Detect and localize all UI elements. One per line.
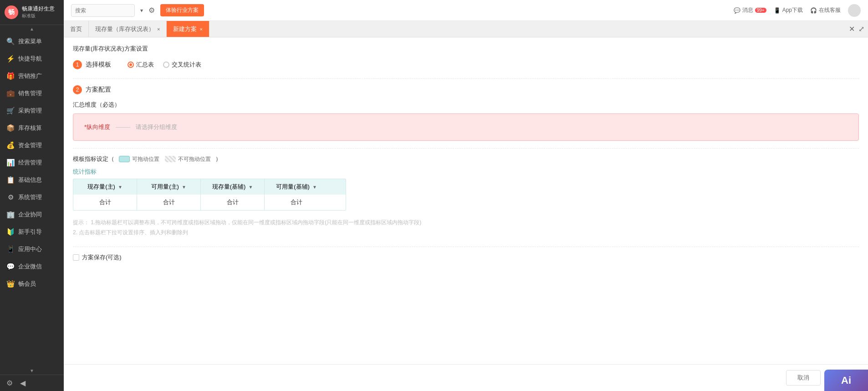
- stats-section: 统计指标 现存量(主) ▼ 可用量(主) ▼: [73, 168, 859, 211]
- app-download-button[interactable]: 📱 App下载: [774, 6, 803, 14]
- required-dimension-area: *纵向维度 —— 请选择分组维度: [73, 113, 859, 141]
- sidebar-bottom: ⚙ ◀: [0, 375, 64, 391]
- col-dropdown-3[interactable]: ▼: [312, 185, 317, 190]
- section1-title: 选择模板: [86, 61, 111, 69]
- sidebar-scroll-up[interactable]: ▲: [0, 25, 64, 33]
- sidebar-item-label: 应用中心: [18, 245, 42, 253]
- template-cross-option[interactable]: 交叉统计表: [163, 61, 201, 69]
- business-icon: 📊: [6, 159, 15, 167]
- scheme-save-label: 方案保存(可选): [82, 253, 122, 262]
- main-content: 现存量(库存状况表)方案设置 1 选择模板 汇总表 交叉统计表: [64, 37, 868, 364]
- tab-new-scheme-label: 新建方案: [173, 25, 197, 33]
- sidebar-item-quick-nav[interactable]: ⚡ 快捷导航: [0, 50, 64, 67]
- expand-panel-icon[interactable]: ⤢: [858, 25, 864, 33]
- col-header-3[interactable]: 可用量(基辅) ▼: [265, 179, 328, 195]
- sidebar-item-wechat[interactable]: 💬 企业微信: [0, 258, 64, 275]
- sidebar-item-label: 营销推广: [18, 72, 42, 80]
- search-input[interactable]: [71, 4, 135, 17]
- indicator-legend-suffix: ）: [215, 155, 221, 163]
- sidebar-item-member[interactable]: 👑 畅会员: [0, 275, 64, 293]
- section2-title: 方案配置: [86, 86, 111, 94]
- sidebar-item-marketing[interactable]: 🎁 营销推广: [0, 67, 64, 85]
- sidebar-item-label: 基础信息: [18, 176, 42, 184]
- tab-new-scheme[interactable]: 新建方案 ×: [167, 21, 209, 37]
- col-dropdown-1[interactable]: ▼: [182, 185, 186, 190]
- close-panel-icon[interactable]: ✕: [849, 25, 855, 33]
- col-header-2[interactable]: 现存量(基辅) ▼: [201, 179, 265, 195]
- template-cross-label: 交叉统计表: [172, 61, 201, 69]
- col-header-0[interactable]: 现存量(主) ▼: [73, 179, 137, 195]
- collapse-icon[interactable]: ◀: [20, 379, 26, 387]
- topbar-right: 💬 消息 99+ 📱 App下载 🎧 在线客服: [734, 4, 861, 17]
- headset-icon: 🎧: [810, 7, 817, 14]
- section1-header: 1 选择模板 汇总表 交叉统计表: [73, 60, 859, 69]
- legend-draggable-box: [119, 156, 130, 162]
- sidebar-item-label: 经营管理: [18, 159, 42, 167]
- sidebar-item-search[interactable]: 🔍 搜索菜单: [0, 33, 64, 50]
- app-logo: 畅 畅康通好生意 标准版: [0, 0, 64, 25]
- body-cell-1: 合计: [137, 195, 201, 210]
- sidebar-item-label: 系统管理: [18, 193, 42, 201]
- member-icon: 👑: [6, 280, 15, 288]
- app-logo-icon: 畅: [5, 5, 18, 19]
- sidebar-item-purchase[interactable]: 🛒 采购管理: [0, 102, 64, 119]
- message-button[interactable]: 💬 消息 99+: [734, 6, 766, 14]
- sidebar-item-basic-info[interactable]: 📋 基础信息: [0, 171, 64, 189]
- tabs-bar: 首页 现存量（库存状况表） × 新建方案 × ✕ ⤢: [64, 21, 868, 37]
- sidebar-item-label: 畅会员: [18, 280, 36, 288]
- trial-industry-button[interactable]: 体验行业方案: [160, 4, 204, 16]
- settings-icon[interactable]: ⚙: [6, 379, 13, 387]
- sidebar-item-label: 资金管理: [18, 141, 42, 149]
- col-dropdown-2[interactable]: ▼: [248, 185, 253, 190]
- col-label-2: 现存量(基辅): [212, 183, 246, 191]
- system-icon: ⚙: [6, 193, 15, 201]
- app-download-label: App下载: [782, 6, 803, 14]
- col-label-3: 可用量(基辅): [276, 183, 310, 191]
- section-scheme-config: 2 方案配置 汇总维度（必选） *纵向维度 —— 请选择分组维度 模板指标设: [73, 85, 859, 237]
- col-header-1[interactable]: 可用量(主) ▼: [137, 179, 201, 195]
- sidebar-item-system[interactable]: ⚙ 系统管理: [0, 189, 64, 206]
- sidebar-item-label: 新手引导: [18, 228, 42, 236]
- main-area: ▾ ⚙ 体验行业方案 💬 消息 99+ 📱 App下载 🎧 在线客服 首页: [64, 0, 868, 391]
- sidebar-item-inventory[interactable]: 📦 库存核算: [0, 119, 64, 137]
- sidebar-item-sales[interactable]: 💼 销售管理: [0, 85, 64, 102]
- template-options: 汇总表 交叉统计表: [128, 61, 201, 69]
- tab-home[interactable]: 首页: [64, 21, 89, 37]
- sidebar-item-newbie[interactable]: 🔰 新手引导: [0, 223, 64, 241]
- settings-gear-icon[interactable]: ⚙: [148, 6, 155, 15]
- cancel-button[interactable]: 取消: [786, 370, 821, 386]
- sidebar-item-business[interactable]: 📊 经营管理: [0, 154, 64, 171]
- marketing-icon: 🎁: [6, 72, 15, 80]
- dropdown-icon[interactable]: ▾: [140, 7, 143, 14]
- ai-float-button[interactable]: Ai: [824, 370, 868, 391]
- scheme-save-checkbox[interactable]: [73, 254, 79, 261]
- wechat-icon: 💬: [6, 262, 15, 271]
- dimension-placeholder[interactable]: 请选择分组维度: [136, 123, 177, 131]
- sidebar-item-label: 快捷导航: [18, 55, 42, 63]
- tab-inventory-status[interactable]: 现存量（库存状况表） ×: [89, 21, 167, 37]
- scheme-save-row: 方案保存(可选): [73, 253, 859, 262]
- sidebar-scroll-down[interactable]: ▼: [0, 367, 64, 375]
- radio-cross-indicator: [163, 62, 169, 68]
- section2-header: 2 方案配置: [73, 85, 859, 94]
- tab-inventory-close-icon[interactable]: ×: [157, 26, 160, 32]
- app-edition: 标准版: [22, 13, 55, 19]
- stats-table-header: 现存量(主) ▼ 可用量(主) ▼ 现存量(基辅) ▼: [73, 179, 346, 195]
- sidebar-item-enterprise[interactable]: 🏢 企业协同: [0, 206, 64, 223]
- sidebar-item-finance[interactable]: 💰 资金管理: [0, 137, 64, 154]
- app-name: 畅康通好生意: [22, 5, 55, 13]
- required-field-label: *纵向维度: [84, 123, 110, 131]
- newbie-icon: 🔰: [6, 228, 15, 236]
- stats-table: 现存量(主) ▼ 可用量(主) ▼ 现存量(基辅) ▼: [73, 179, 346, 211]
- online-service-button[interactable]: 🎧 在线客服: [810, 6, 841, 14]
- user-avatar[interactable]: [848, 4, 861, 17]
- message-label: 消息: [742, 6, 753, 14]
- sidebar-item-label: 采购管理: [18, 107, 42, 115]
- sidebar-item-app-center[interactable]: 📱 应用中心: [0, 241, 64, 258]
- template-summary-option[interactable]: 汇总表: [128, 61, 154, 69]
- tab-controls: ✕ ⤢: [849, 25, 868, 33]
- basic-info-icon: 📋: [6, 176, 15, 184]
- tab-new-scheme-close-icon[interactable]: ×: [199, 26, 202, 32]
- indicator-settings-row: 模板指标设定（ 可拖动位置 不可拖动位置 ）: [73, 155, 859, 163]
- col-dropdown-0[interactable]: ▼: [118, 185, 123, 190]
